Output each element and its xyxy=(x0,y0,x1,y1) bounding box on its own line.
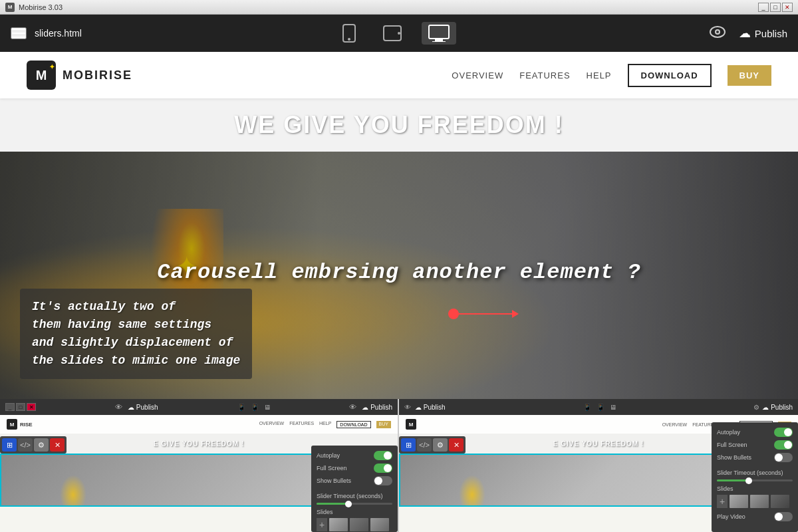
right-play-video-toggle[interactable] xyxy=(774,512,793,521)
explanation-box: It's actually two ofthem having same set… xyxy=(20,289,252,379)
slide-thumb-1[interactable] xyxy=(329,518,348,531)
add-slide-button[interactable]: + xyxy=(317,518,327,531)
bullets-toggle[interactable] xyxy=(374,476,392,485)
main-toolbar: sliders.html xyxy=(0,15,798,52)
settings-edit-icon[interactable]: ⚙ xyxy=(34,438,49,452)
logo-text: MOBIRISE xyxy=(63,68,132,82)
mini-close-btn[interactable]: ✕ xyxy=(27,403,36,411)
right-fullscreen-row: Full Screen xyxy=(717,440,793,450)
right-autoplay-row: Autoplay xyxy=(717,428,793,437)
right-bullets-row: Show Bullets xyxy=(717,453,793,462)
close-button[interactable]: ✕ xyxy=(782,3,793,12)
mini-mobile-icon: 📱 xyxy=(237,404,245,411)
timeout-label: Slider Timeout (seconds) xyxy=(317,493,383,499)
mini-minimize-btn[interactable]: _ xyxy=(5,403,15,411)
right-bullets-toggle[interactable] xyxy=(774,453,793,462)
timeout-fill xyxy=(317,503,347,505)
autoplay-toggle[interactable] xyxy=(374,451,392,460)
publish-button[interactable]: ☁ Publish xyxy=(739,26,787,41)
preview-area: M ✦ MOBIRISE OVERVIEW FEATURES HELP DOWN… xyxy=(0,52,798,532)
mini-sparkle xyxy=(60,475,86,507)
maximize-button[interactable]: □ xyxy=(770,3,781,12)
right-settings-icon[interactable]: ⚙ xyxy=(433,438,448,452)
settings-panel-left: Autoplay Full Screen Show Bullets Slider… xyxy=(311,446,398,532)
mini-right-sparkle xyxy=(459,475,485,507)
download-button[interactable]: DOWNLOAD xyxy=(628,64,712,87)
svg-point-9 xyxy=(716,31,719,33)
eye-icon xyxy=(710,26,726,38)
nav-overview[interactable]: OVERVIEW xyxy=(452,70,503,80)
mini-right-logo: M xyxy=(406,419,416,430)
mini-left-publish-btn[interactable]: ☁ Publish xyxy=(128,404,158,411)
mini-screenshot-left: _ □ ✕ 👁 ☁ Publish 📱 📱 🖥 👁 ☁ Publish xyxy=(0,399,399,532)
svg-rect-6 xyxy=(432,41,446,42)
right-play-video-label: Play Video xyxy=(717,513,745,520)
right-timeout-slider[interactable] xyxy=(717,479,793,481)
mini-left-publish2[interactable]: ☁ Publish xyxy=(362,404,392,411)
mini-left-publish-area: 👁 ☁ Publish xyxy=(115,403,158,411)
slides-thumbnails: + xyxy=(317,518,392,531)
mini-logo-area: M RISE xyxy=(7,419,33,430)
right-slide-thumb-3[interactable] xyxy=(771,495,789,508)
mini-right-gear-icon: ⚙ xyxy=(753,404,759,411)
logo-star-icon: ✦ xyxy=(49,63,55,70)
delete-edit-icon[interactable]: ✕ xyxy=(50,438,65,452)
mini-right-publish2[interactable]: ☁ Publish xyxy=(762,404,793,411)
window-controls[interactable]: _ □ ✕ xyxy=(758,3,793,12)
mini-nav-help: HELP xyxy=(319,421,331,428)
hero-banner: WE GIVE YOU FREEDOM ! xyxy=(0,98,798,152)
right-slide-thumb-1[interactable] xyxy=(730,495,748,508)
mini-site-nav-left: M RISE OVERVIEW FEATURES HELP DOWNLOAD B… xyxy=(0,415,398,434)
mini-desktop-icon: 🖥 xyxy=(264,404,271,411)
slides-section: Slides + xyxy=(317,509,392,531)
carousel-title: Carousell embrsing another element ? xyxy=(157,260,640,285)
mini-right-mobile-icon: 📱 xyxy=(583,404,591,411)
mini-right-publish-btn[interactable]: ☁ Publish xyxy=(415,404,446,411)
arrow-line xyxy=(459,313,512,315)
menu-line-1 xyxy=(12,29,25,30)
mini-hero-text-right: E GIVE YOU FREEDOM ! xyxy=(553,440,644,448)
tablet-icon xyxy=(383,25,402,42)
minimize-button[interactable]: _ xyxy=(758,3,769,12)
mini-screenshot-right: 👁 ☁ Publish 📱 📱 🖥 ⚙ ☁ Publish M xyxy=(399,399,798,532)
timeout-slider[interactable] xyxy=(317,503,392,505)
nav-features[interactable]: FEATURES xyxy=(519,70,570,80)
right-slide-img-3 xyxy=(771,495,789,508)
buy-button[interactable]: BUY xyxy=(728,65,771,86)
mini-logo-icon: M xyxy=(7,419,17,430)
desktop-device-button[interactable] xyxy=(422,22,456,45)
timeout-thumb xyxy=(345,501,352,507)
mini-hero-text-left: E GIVE YOU FREEDOM ! xyxy=(154,440,245,448)
mini-right-extra: ⚙ ☁ Publish xyxy=(753,404,793,411)
right-code-icon[interactable]: </> xyxy=(417,438,432,452)
right-fullscreen-label: Full Screen xyxy=(717,442,747,448)
right-slide-thumb-2[interactable] xyxy=(750,495,769,508)
tablet-device-button[interactable] xyxy=(376,22,408,45)
slide-thumb-2[interactable] xyxy=(350,518,368,531)
mini-toolbar-left: _ □ ✕ 👁 ☁ Publish 📱 📱 🖥 👁 ☁ Publish xyxy=(0,399,398,415)
menu-line-3 xyxy=(12,37,25,38)
slide-thumb-3[interactable] xyxy=(370,518,389,531)
svg-rect-4 xyxy=(429,25,449,39)
block-edit-icon[interactable]: ⊞ xyxy=(2,438,17,452)
right-delete-icon[interactable]: ✕ xyxy=(449,438,464,452)
right-block-icon[interactable]: ⊞ xyxy=(401,438,416,452)
mini-left-extra: 👁 ☁ Publish xyxy=(349,403,392,411)
arrow-indicator xyxy=(448,309,519,319)
mini-maximize-btn[interactable]: □ xyxy=(16,403,25,411)
fullscreen-toggle[interactable] xyxy=(374,464,392,473)
code-edit-icon[interactable]: </> xyxy=(18,438,33,452)
nav-help[interactable]: HELP xyxy=(587,70,612,80)
right-add-slide-btn[interactable]: + xyxy=(717,495,728,508)
slide-thumb-img-2 xyxy=(350,518,368,531)
right-fullscreen-toggle[interactable] xyxy=(774,440,793,450)
mini-right-logo-letter: M xyxy=(409,422,414,428)
right-slides-thumbnails: + xyxy=(717,495,793,508)
mobile-device-button[interactable] xyxy=(335,21,363,45)
autoplay-row: Autoplay xyxy=(317,451,392,460)
mini-right-device-icons: 📱 📱 🖥 xyxy=(583,404,616,411)
timeout-row: Slider Timeout (seconds) xyxy=(317,489,392,505)
preview-button[interactable] xyxy=(710,26,726,41)
menu-button[interactable] xyxy=(11,27,27,39)
right-autoplay-toggle[interactable] xyxy=(774,428,793,437)
